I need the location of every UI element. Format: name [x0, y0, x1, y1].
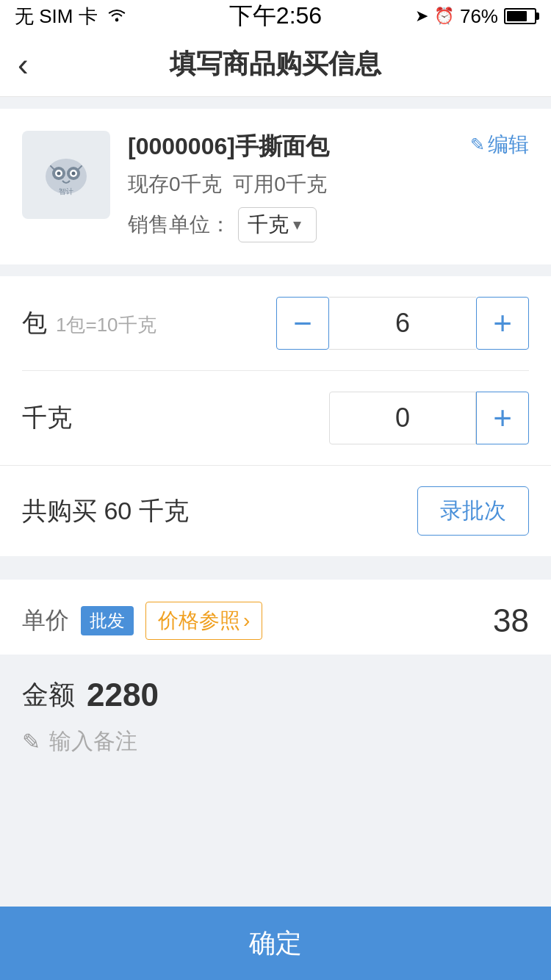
qty-input-bao[interactable]: 6 — [329, 297, 476, 350]
svg-point-7 — [72, 172, 76, 176]
remark-row[interactable]: ✎ 输入备注 — [22, 727, 529, 757]
qty-plus-bao[interactable]: + — [476, 297, 529, 350]
quantity-section: 包 1包=10千克 − 6 + 千克 0 + — [0, 276, 551, 465]
quantity-row-bao: 包 1包=10千克 − 6 + — [22, 276, 529, 371]
status-time: 下午2:56 — [229, 0, 322, 32]
product-name: [0000006]手撕面包 — [128, 131, 470, 163]
remark-placeholder: 输入备注 — [49, 727, 137, 757]
qty-input-kg[interactable]: 0 — [329, 392, 476, 444]
nav-bar: ‹ 填写商品购买信息 — [0, 32, 551, 97]
location-icon: ➤ — [415, 7, 428, 26]
unit-row: 销售单位： 千克 ▾ — [128, 207, 529, 242]
battery-icon — [504, 8, 536, 24]
summary-row: 共购买 60 千克 录批次 — [0, 465, 551, 556]
svg-point-6 — [57, 172, 61, 176]
qty-controls-kg: 0 + — [329, 392, 529, 444]
qty-minus-bao[interactable]: − — [276, 297, 329, 350]
battery-text: 76% — [460, 5, 498, 28]
product-image: 智计 — [22, 131, 110, 219]
amount-value: 2280 — [87, 677, 159, 713]
price-ref-button[interactable]: 价格参照 › — [145, 602, 262, 640]
section-separator-1 — [0, 264, 551, 276]
amount-row: 金额 2280 — [22, 677, 529, 713]
price-section: 单价 批发 价格参照 › 38 — [0, 580, 551, 655]
section-separator-2 — [0, 556, 551, 568]
svg-point-0 — [115, 18, 118, 21]
status-left: 无 SIM 卡 — [15, 4, 129, 29]
qty-plus-kg[interactable]: + — [476, 392, 529, 444]
qty-label-bao: 包 1包=10千克 — [22, 306, 156, 340]
confirm-bar[interactable]: 确定 — [0, 907, 551, 980]
remark-icon: ✎ — [22, 729, 40, 754]
status-bar: 无 SIM 卡 下午2:56 ➤ ⏰ 76% — [0, 0, 551, 32]
price-value: 38 — [493, 602, 529, 639]
quantity-row-kg: 千克 0 + — [22, 371, 529, 465]
wifi-icon — [105, 5, 129, 28]
price-label: 单价 — [22, 605, 69, 637]
page-title: 填写商品购买信息 — [170, 46, 381, 82]
amount-label: 金额 — [22, 677, 75, 713]
unit-select[interactable]: 千克 ▾ — [238, 207, 317, 242]
stock-info: 现存0千克 可用0千克 — [128, 170, 529, 198]
price-row: 单价 批发 价格参照 › 38 — [22, 602, 529, 640]
svg-text:智计: 智计 — [59, 187, 73, 195]
product-info: [0000006]手撕面包 ✎编辑 现存0千克 可用0千克 销售单位： 千克 ▾ — [128, 131, 529, 242]
amount-section: 金额 2280 ✎ 输入备注 — [0, 655, 551, 771]
qty-controls-bao: − 6 + — [276, 297, 529, 350]
confirm-button[interactable]: 确定 — [249, 926, 302, 962]
batch-button[interactable]: 录批次 — [417, 486, 529, 536]
summary-text: 共购买 60 千克 — [22, 494, 189, 528]
alarm-icon: ⏰ — [434, 7, 454, 26]
edit-button[interactable]: ✎编辑 — [470, 131, 529, 159]
price-badge: 批发 — [81, 606, 134, 635]
back-button[interactable]: ‹ — [18, 48, 29, 81]
product-card: 智计 [0000006]手撕面包 ✎编辑 现存0千克 可用0千克 销售单位： 千… — [0, 109, 551, 264]
carrier-text: 无 SIM 卡 — [15, 4, 98, 29]
qty-label-kg: 千克 — [22, 401, 72, 435]
status-right: ➤ ⏰ 76% — [415, 5, 536, 28]
